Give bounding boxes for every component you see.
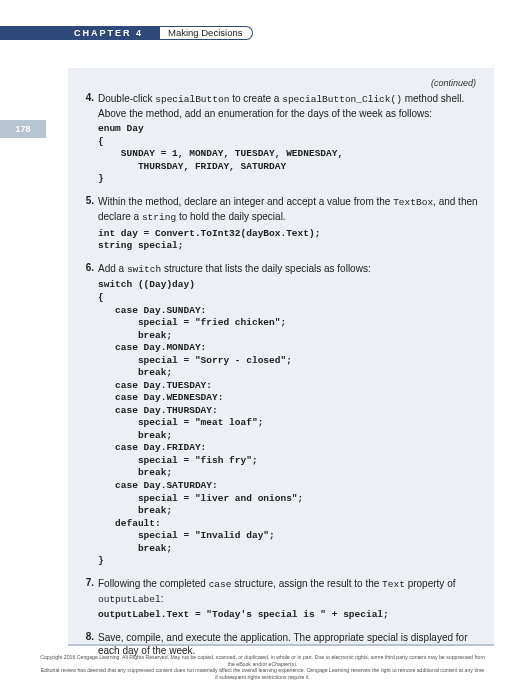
- step-body: Within the method, declare an integer an…: [98, 195, 480, 255]
- step-body: Following the completed case structure, …: [98, 577, 480, 624]
- step-text: Within the method, declare an integer an…: [98, 195, 480, 225]
- step-item: 4.Double-click specialButton to create a…: [78, 92, 480, 188]
- step-number: 4.: [78, 92, 98, 103]
- step-code: outputLabel.Text = "Today's special is "…: [98, 609, 480, 622]
- step-code: switch ((Day)day) { case Day.SUNDAY: spe…: [98, 279, 480, 567]
- step-code: int day = Convert.ToInt32(dayBox.Text); …: [98, 228, 480, 253]
- step-number: 8.: [78, 631, 98, 642]
- step-body: Double-click specialButton to create a s…: [98, 92, 480, 188]
- chapter-number: CHAPTER 4: [74, 26, 143, 40]
- content-panel: (continued) 4.Double-click specialButton…: [68, 68, 494, 646]
- copyright-footer: Copyright 2016 Cengage Learning. All Rig…: [40, 654, 485, 680]
- footer-line: Editorial review has deemed that any sup…: [40, 667, 485, 680]
- chapter-title: Making Decisions: [160, 26, 253, 40]
- step-item: 5.Within the method, declare an integer …: [78, 195, 480, 255]
- step-code: enum Day { SUNDAY = 1, MONDAY, TUESDAY, …: [98, 123, 480, 186]
- continued-label: (continued): [78, 78, 480, 88]
- step-number: 5.: [78, 195, 98, 206]
- footer-line: Copyright 2016 Cengage Learning. All Rig…: [40, 654, 485, 667]
- step-number: 7.: [78, 577, 98, 588]
- step-text: Following the completed case structure, …: [98, 577, 480, 607]
- step-item: 6.Add a switch structure that lists the …: [78, 262, 480, 570]
- step-text: Double-click specialButton to create a s…: [98, 92, 480, 120]
- step-number: 6.: [78, 262, 98, 273]
- step-text: Add a switch structure that lists the da…: [98, 262, 480, 277]
- step-item: 7.Following the completed case structure…: [78, 577, 480, 624]
- step-list: 4.Double-click specialButton to create a…: [78, 92, 480, 661]
- step-body: Add a switch structure that lists the da…: [98, 262, 480, 570]
- page-number: 178: [0, 120, 46, 138]
